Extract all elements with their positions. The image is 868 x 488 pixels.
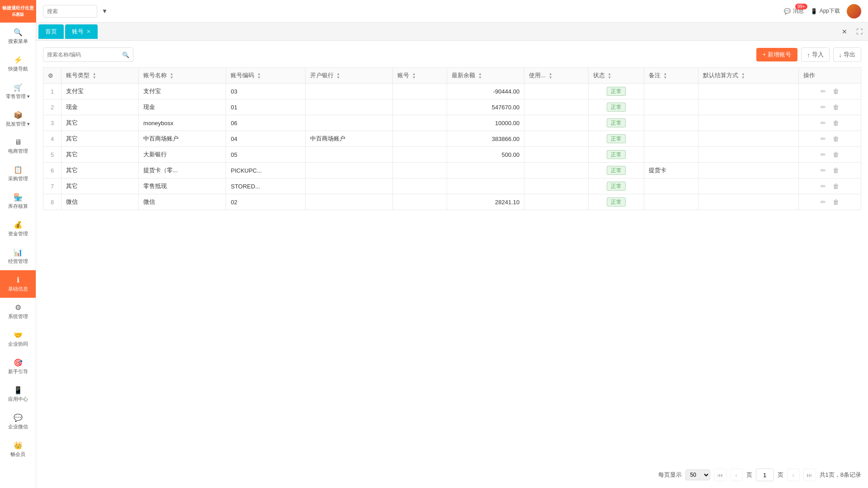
sort-icon-status[interactable]: ▲▼ (608, 72, 611, 80)
cell-code-6: STORED... (226, 178, 305, 194)
tab-account[interactable]: 账号 ✕ (65, 24, 98, 39)
sidebar-item-finance[interactable]: 💰 资金管理 (0, 215, 36, 243)
cell-code-4: 05 (226, 147, 305, 163)
first-page-button[interactable]: ⏮ (714, 469, 726, 481)
sort-icon-use[interactable]: ▲▼ (549, 72, 552, 80)
search-input[interactable] (47, 52, 122, 58)
delete-button-0[interactable]: 🗑 (831, 87, 841, 96)
sidebar-label-app_center: 应用中心 (8, 396, 28, 403)
cell-name-6: 零售抵现 (139, 178, 226, 194)
sidebar-item-retail[interactable]: 🛒 零售管理 ▾ (0, 78, 36, 105)
search-wrap: 🔍 (43, 47, 133, 62)
retail-icon: 🛒 (14, 83, 23, 92)
import-button[interactable]: ↑ 导入 (801, 47, 830, 62)
sidebar-item-app_center[interactable]: 📱 应用中心 (0, 380, 36, 408)
sidebar-item-agreement[interactable]: 🤝 企业协同 (0, 325, 36, 353)
sort-icon-code[interactable]: ▲▼ (257, 72, 261, 80)
status-badge-4: 正常 (607, 150, 626, 159)
finance-icon: 💰 (14, 221, 23, 229)
content-area: 🔍 + 新增账号 ↑ 导入 ↓ 导出 ⚙ 账号类型 (36, 41, 868, 488)
col-header-code: 账号编码 ▲▼ (226, 68, 305, 84)
sort-icon-settlement[interactable]: ▲▼ (741, 72, 745, 80)
inventory-icon: 🏪 (14, 193, 23, 202)
page-size-select[interactable]: 50 20 100 (685, 469, 710, 480)
sort-icon-type[interactable]: ▲▼ (93, 72, 96, 80)
edit-button-5[interactable]: ✏ (819, 166, 828, 175)
table-row: 8 微信 微信 02 28241.10 正常 ✏ 🗑 (43, 194, 861, 210)
cell-note-2 (644, 115, 698, 131)
delete-button-2[interactable]: 🗑 (831, 118, 841, 127)
cell-use-0 (524, 84, 588, 99)
sort-icon-name[interactable]: ▲▼ (170, 72, 174, 80)
app-download-button[interactable]: 📱 App下载 (811, 7, 840, 15)
tab-close-icon[interactable]: ✕ (86, 28, 91, 35)
app_center-icon: 📱 (14, 386, 23, 394)
delete-button-3[interactable]: 🗑 (831, 134, 841, 143)
edit-button-0[interactable]: ✏ (819, 87, 828, 96)
status-badge-6: 正常 (607, 182, 626, 191)
sidebar-item-shortcut[interactable]: ⚡ 快捷导航 (0, 50, 36, 78)
add-account-button[interactable]: + 新增账号 (756, 48, 797, 61)
header-dropdown[interactable]: ▼ (102, 8, 108, 14)
tab-home[interactable]: 首页 (38, 24, 64, 39)
total-label: 共1页，8条记录 (820, 471, 861, 479)
sidebar-label-guide: 新手引导 (8, 368, 28, 375)
message-button[interactable]: 💬 消息 99+ (784, 7, 804, 15)
cell-note-7 (644, 194, 698, 210)
sidebar-label-wholesale: 批发管理 ▾ (6, 121, 30, 127)
cell-status-2: 正常 (588, 115, 644, 131)
edit-button-6[interactable]: ✏ (819, 182, 828, 191)
search-icon[interactable]: 🔍 (122, 52, 129, 58)
tab-minimize-button[interactable]: ✕ (838, 25, 851, 38)
delete-button-7[interactable]: 🗑 (831, 197, 841, 206)
delete-button-6[interactable]: 🗑 (831, 182, 841, 191)
edit-button-4[interactable]: ✏ (819, 150, 828, 159)
sidebar-item-wholesale[interactable]: 📦 批发管理 ▾ (0, 105, 36, 133)
sidebar-item-guide[interactable]: 🎯 新手引导 (0, 353, 36, 380)
sidebar-item-purchase[interactable]: 📋 采购管理 (0, 160, 36, 188)
sidebar-item-vip[interactable]: 👑 畅会员 (0, 436, 36, 463)
delete-button-1[interactable]: 🗑 (831, 103, 841, 112)
cell-settlement-3 (698, 131, 799, 147)
sidebar-item-wechat[interactable]: 💬 企业微信 (0, 408, 36, 436)
edit-button-3[interactable]: ✏ (819, 134, 828, 143)
tab-bar: 首页 账号 ✕ ✕ ⛶ (36, 23, 868, 41)
tab-expand-button[interactable]: ⛶ (853, 25, 866, 38)
sort-icon-account[interactable]: ▲▼ (412, 72, 416, 80)
prev-page-button[interactable]: ‹ (730, 469, 743, 481)
edit-button-7[interactable]: ✏ (819, 197, 828, 206)
cell-name-5: 提货卡（零... (139, 163, 226, 178)
sidebar-item-ecommerce[interactable]: 🖥 电商管理 (0, 133, 36, 160)
pagination: 每页显示 50 20 100 ⏮ ‹ 页 页 › ⏭ 共1页，8条记录 (43, 462, 861, 481)
user-avatar[interactable] (847, 4, 861, 19)
sidebar-item-system[interactable]: ⚙ 系统管理 (0, 298, 36, 325)
cell-bank-5 (305, 163, 392, 178)
cell-balance-3: 383866.00 (447, 131, 524, 147)
edit-button-2[interactable]: ✏ (819, 118, 828, 127)
cell-account-4 (393, 147, 447, 163)
col-header-balance: 最新余额 ▲▼ (447, 68, 524, 84)
sidebar-item-inventory[interactable]: 🏪 库存核算 (0, 188, 36, 215)
sort-icon-bank[interactable]: ▲▼ (336, 72, 340, 80)
settings-col-header[interactable]: ⚙ (43, 68, 61, 84)
sort-icon-note[interactable]: ▲▼ (663, 72, 667, 80)
next-page-button[interactable]: › (787, 469, 800, 481)
cell-balance-0: -90444.00 (447, 84, 524, 99)
sidebar-item-search[interactable]: 🔍 搜索菜单 (0, 23, 36, 50)
page-input[interactable] (756, 469, 774, 481)
cell-note-3 (644, 131, 698, 147)
sidebar-item-basic[interactable]: ℹ 基础信息 (0, 270, 36, 298)
sidebar-label-shortcut: 快捷导航 (8, 66, 28, 72)
delete-button-5[interactable]: 🗑 (831, 166, 841, 175)
cell-status-0: 正常 (588, 84, 644, 99)
delete-button-4[interactable]: 🗑 (831, 150, 841, 159)
last-page-button[interactable]: ⏭ (803, 469, 816, 481)
sidebar-label-vip: 畅会员 (10, 451, 25, 458)
edit-button-1[interactable]: ✏ (819, 103, 828, 112)
sidebar-item-operation[interactable]: 📊 经营管理 (0, 243, 36, 270)
sort-icon-balance[interactable]: ▲▼ (478, 72, 482, 80)
cell-code-7: 02 (226, 194, 305, 210)
export-button[interactable]: ↓ 导出 (833, 47, 862, 62)
top-search-input[interactable] (43, 5, 97, 18)
cell-account-7 (393, 194, 447, 210)
